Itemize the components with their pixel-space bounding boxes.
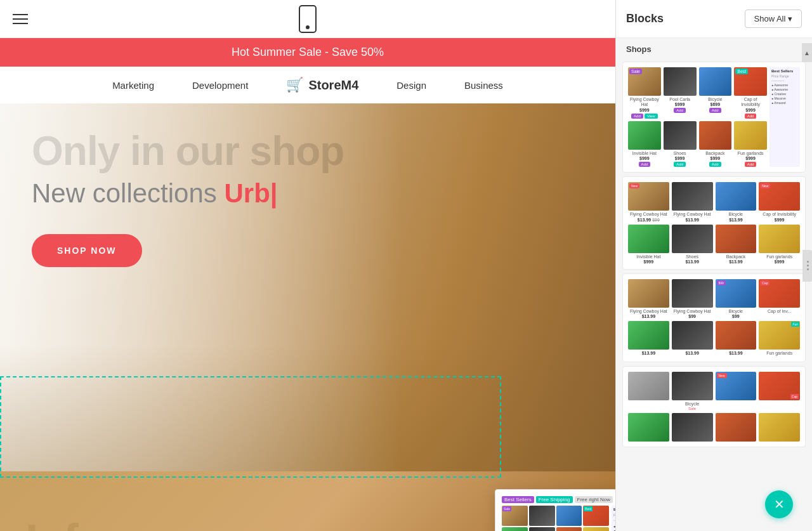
block-product-img [672,182,713,211]
add-to-cart-mini[interactable]: Add [631,114,643,119]
sale-banner-text: Hot Summer Sale - Save 50% [232,46,384,58]
add-to-cart-mini[interactable]: Add [745,114,757,119]
block-product-img [628,279,669,308]
block-product-img: Cap [759,279,800,308]
block-product-img: Fun [759,321,800,350]
block-product-img [664,67,697,96]
block-product-img [628,321,669,350]
sale-banner: Hot Summer Sale - Save 50% [0,38,615,67]
shop-preview-floating: Best Sellers Free Shipping Free right No… [495,489,615,531]
block-product-img: $99 [716,279,757,308]
hero-title: Only in our shop [32,129,584,173]
block-product-img [716,225,757,253]
hero-section: Only in our shop New collections Urb| SH… [0,103,615,471]
panel-expand-handle[interactable] [802,250,812,282]
block-product-img [628,413,669,442]
add-to-cart-mini[interactable]: Add [709,162,721,167]
hero-subtitle-accent: Urb| [224,178,277,208]
close-panel-button[interactable]: ✕ [765,490,793,518]
block-product-img [699,67,732,96]
block-product-img: Sale [628,67,661,96]
block-product-img [672,413,713,442]
main-area: Hot Summer Sale - Save 50% Marketing Dev… [0,0,615,531]
shops-section-label: Shops [616,38,812,58]
phone-preview-icon [299,5,317,33]
right-panel: Blocks Show All ▾ ▲ Shops Sale Flying Co… [615,0,812,531]
scroll-up-button[interactable]: ▲ [802,43,812,62]
nav-logo: 🛒 StoreM4 [286,77,358,93]
block-product-img [734,121,767,150]
block-product-img: New [628,182,669,211]
nav-development[interactable]: Development [192,80,248,91]
block-product-img [628,372,669,400]
nav-marketing[interactable]: Marketing [112,80,154,91]
main-nav: Marketing Development 🛒 StoreM4 Design B… [0,67,615,103]
add-to-cart-mini[interactable]: Add [674,162,686,167]
view-mini[interactable]: View [645,114,658,119]
add-to-cart-mini[interactable]: Add [674,108,686,113]
shop-now-button[interactable]: SHOP NOW [32,234,142,267]
bottom-text: Infuse [25,515,152,531]
block-product-img [672,372,713,400]
hamburger-menu[interactable] [13,14,28,24]
close-icon: ✕ [774,497,785,512]
show-all-button[interactable]: Show All ▾ [745,10,802,28]
nav-business[interactable]: Business [464,80,503,91]
handle-dots [807,261,809,270]
block-product-img [759,413,800,442]
logo-text: StoreM4 [308,78,358,93]
block-product-img [716,321,757,350]
panel-title: Blocks [626,12,664,25]
block-card-3[interactable]: Flying Cowboy Hat $13.99 Flying Cowboy H… [622,273,806,362]
hero-subtitle-text: New collections [32,178,217,208]
block-card-1[interactable]: Sale Flying Cowboy Hat $999 Add View Poo [622,62,806,173]
toolbar [0,0,615,38]
block-product-img [716,182,757,211]
block-product-img [759,225,800,253]
cart-icon: 🛒 [286,77,303,93]
blocks-scroll-area[interactable]: Sale Flying Cowboy Hat $999 Add View Poo [616,58,812,531]
block-product-img [628,225,669,253]
nav-design[interactable]: Design [396,80,426,91]
block-product-img: New [759,182,800,211]
block-product-img [672,279,713,308]
panel-header: Blocks Show All ▾ [616,0,812,38]
block-product-img [664,121,697,150]
add-to-cart-mini[interactable]: Add [745,162,757,167]
block-product-img: Best [734,67,767,96]
block-product-img [699,121,732,150]
add-to-cart-mini[interactable]: Add [639,162,651,167]
block-product-img [716,413,757,442]
block-product-img [628,121,661,150]
block-product-img [672,321,713,350]
block-product-img: New [716,372,757,400]
block-card-4[interactable]: Bicycle Sale New Cap [622,366,806,447]
hero-content: Only in our shop New collections Urb| SH… [0,103,615,292]
block-card-2[interactable]: New Flying Cowboy Hat $13.99 $99 Flying … [622,176,806,270]
block-product-img [672,225,713,253]
add-to-cart-mini[interactable]: Add [709,108,721,113]
hero-subtitle: New collections Urb| [32,178,584,209]
block-product-img: Cap [759,372,800,400]
hero-grass [0,344,615,471]
